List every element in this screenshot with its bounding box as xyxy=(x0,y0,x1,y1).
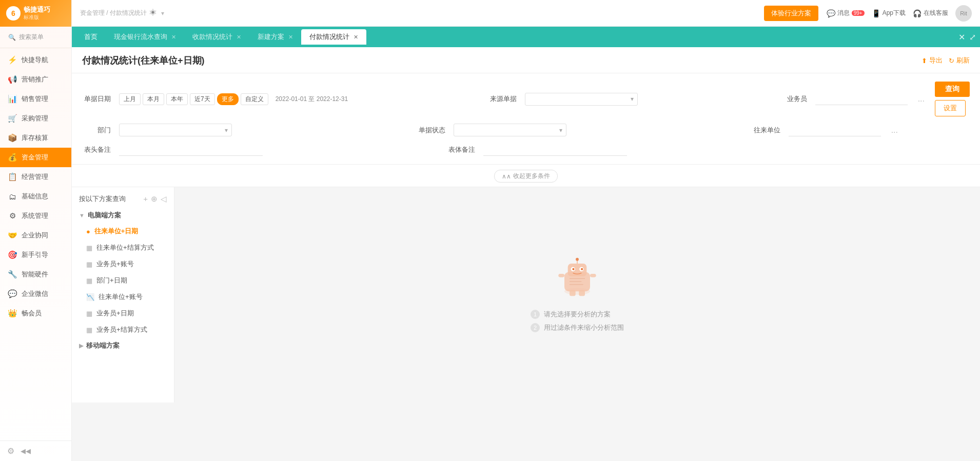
date-btn-thismonth[interactable]: 本月 xyxy=(143,93,164,105)
date-btn-more[interactable]: 更多 xyxy=(217,93,239,105)
collapse-button[interactable]: ∧∧ 收起更多条件 xyxy=(494,170,558,183)
status-select[interactable] xyxy=(454,124,566,136)
panel-item-staff-date[interactable]: ▦ 业务员+日期 xyxy=(72,305,174,322)
scheme-chart-icon-2: ▦ xyxy=(86,260,92,268)
topbar-settings-icon[interactable] xyxy=(149,8,157,18)
refresh-button[interactable]: ↻ 刷新 xyxy=(949,56,970,65)
tab-new-scheme[interactable]: 新建方案 ✕ xyxy=(249,29,301,45)
sidebar: 6 畅捷通巧 标准版 🔍 搜索菜单 ⚡ 快捷导航 📢 营销推广 📊 销售管理 🛒… xyxy=(0,0,72,461)
tab-bank-close[interactable]: ✕ xyxy=(171,34,176,41)
sidebar-item-operation[interactable]: 📋 经营管理 xyxy=(0,167,71,187)
scheme-chart-icon-1: ▦ xyxy=(86,244,92,252)
maximize-tab-icon[interactable]: ⤢ xyxy=(969,32,976,42)
breadcrumb: 资金管理 / 付款情况统计 ▾ xyxy=(80,8,758,18)
logo-icon: 6 xyxy=(6,6,21,21)
panel-section-desktop[interactable]: ▼ 电脑端方案 xyxy=(72,208,174,223)
avatar[interactable]: Rit xyxy=(955,5,972,22)
svg-point-6 xyxy=(572,268,574,270)
query-button[interactable]: 查询 xyxy=(935,82,970,97)
left-panel: 按以下方案查询 + ⊕ ◁ ▼ 电脑端方案 ● 往来单位+日期 xyxy=(72,187,174,403)
footer-collapse-icon[interactable]: ◀◀ xyxy=(21,447,31,455)
tab-payment[interactable]: 付款情况统计 ✕ xyxy=(301,29,366,45)
main-body: 按以下方案查询 + ⊕ ◁ ▼ 电脑端方案 ● 往来单位+日期 xyxy=(72,187,980,403)
footer-settings-icon[interactable]: ⚙ xyxy=(7,446,14,456)
sidebar-item-shortcut[interactable]: ⚡ 快捷导航 xyxy=(0,50,71,70)
panel-item-partner-settle[interactable]: ▦ 往来单位+结算方式 xyxy=(72,239,174,256)
panel-section-mobile[interactable]: ▶ 移动端方案 xyxy=(72,338,174,353)
source-select[interactable] xyxy=(525,93,638,106)
filter-row-2: 部门 单据状态 往来单位 ... xyxy=(82,124,970,136)
topbar-icon-group: 💬 消息 99+ 📱 App下载 🎧 在线客服 Rit xyxy=(827,5,972,22)
tab-bank[interactable]: 现金银行流水查询 ✕ xyxy=(106,29,184,45)
tab-home[interactable]: 首页 xyxy=(76,29,106,45)
partner-input[interactable] xyxy=(789,124,881,136)
sidebar-nav: ⚡ 快捷导航 📢 营销推广 📊 销售管理 🛒 采购管理 📦 库存核算 💰 资金管… xyxy=(0,48,71,440)
robot-illustration xyxy=(552,253,603,299)
chevron-up-icon: ∧∧ xyxy=(502,173,511,180)
panel-item-staff-settle[interactable]: ▦ 业务员+结算方式 xyxy=(72,322,174,338)
staff-input[interactable] xyxy=(815,93,908,105)
panel-header-actions: + ⊕ ◁ xyxy=(143,194,167,204)
filter-row-1: 单据日期 上月 本月 本年 近7天 更多 自定义 2022-01-01 至 20… xyxy=(82,82,970,116)
settings-button[interactable]: 设置 xyxy=(935,100,966,116)
svg-rect-13 xyxy=(579,290,585,296)
date-btn-7days[interactable]: 近7天 xyxy=(190,93,215,105)
page-header: 付款情况统计(往来单位+日期) ⬆ 导出 ↻ 刷新 xyxy=(72,47,980,73)
page-title: 付款情况统计(往来单位+日期) xyxy=(82,54,205,67)
panel-items-desktop: ● 往来单位+日期 ▦ 往来单位+结算方式 ▦ 业务员+账号 ▦ 部门+日期 xyxy=(72,223,174,338)
page-content: 付款情况统计(往来单位+日期) ⬆ 导出 ↻ 刷新 单据日期 上月 xyxy=(72,47,980,461)
export-button[interactable]: ⬆ 导出 xyxy=(922,56,943,65)
panel-add-icon[interactable]: + xyxy=(143,194,148,204)
date-btn-thisyear[interactable]: 本年 xyxy=(166,93,188,105)
sidebar-item-guide[interactable]: 🎯 新手引导 xyxy=(0,245,71,265)
tab-payment-close[interactable]: ✕ xyxy=(354,34,358,41)
sidebar-item-basic[interactable]: 🗂 基础信息 xyxy=(0,187,71,206)
panel-item-staff-account[interactable]: ▦ 业务员+账号 xyxy=(72,256,174,272)
dept-select-wrapper xyxy=(119,124,232,136)
notification-item[interactable]: 💬 消息 99+ xyxy=(827,9,865,17)
sidebar-item-member[interactable]: 👑 畅会员 xyxy=(0,304,71,323)
search-menu-button[interactable]: 🔍 搜索菜单 xyxy=(5,31,66,44)
svg-point-7 xyxy=(581,268,583,270)
sidebar-item-hardware[interactable]: 🔧 智能硬件 xyxy=(0,265,71,284)
finance-icon: 💰 xyxy=(7,152,17,163)
wechat-icon: 💬 xyxy=(7,289,17,299)
sidebar-item-marketing[interactable]: 📢 营销推广 xyxy=(0,70,71,89)
sidebar-item-purchase[interactable]: 🛒 采购管理 xyxy=(0,109,71,128)
svg-rect-12 xyxy=(570,290,576,296)
sidebar-search-section: 🔍 搜索菜单 xyxy=(0,27,71,48)
panel-collapse-icon[interactable]: ◁ xyxy=(161,194,167,204)
body-remark-label: 表体备注 xyxy=(446,145,475,154)
trial-button[interactable]: 体验行业方案 xyxy=(764,6,818,21)
body-remark-input[interactable] xyxy=(483,144,627,156)
tab-receivable-close[interactable]: ✕ xyxy=(237,34,241,41)
tabs-bar: 首页 现金银行流水查询 ✕ 收款情况统计 ✕ 新建方案 ✕ 付款情况统计 ✕ ✕… xyxy=(72,27,980,47)
sidebar-item-wechat[interactable]: 💬 企业微信 xyxy=(0,284,71,304)
refresh-icon: ↻ xyxy=(949,57,954,65)
sidebar-item-finance[interactable]: 💰 资金管理 xyxy=(0,148,71,167)
marketing-icon: 📢 xyxy=(7,74,17,85)
partner-ellipsis-icon[interactable]: ... xyxy=(889,126,900,135)
panel-item-dept-date[interactable]: ▦ 部门+日期 xyxy=(72,272,174,289)
sidebar-item-enterprise[interactable]: 🤝 企业协同 xyxy=(0,226,71,245)
app-download-item[interactable]: 📱 App下载 xyxy=(872,9,906,17)
dept-select[interactable] xyxy=(119,124,232,136)
date-btn-custom[interactable]: 自定义 xyxy=(241,93,268,105)
panel-item-partner-account[interactable]: 📉 往来单位+账号 xyxy=(72,289,174,305)
date-btn-lastmonth[interactable]: 上月 xyxy=(119,93,141,105)
sidebar-item-inventory[interactable]: 📦 库存核算 xyxy=(0,128,71,148)
staff-ellipsis-icon[interactable]: ... xyxy=(916,94,927,104)
hardware-icon: 🔧 xyxy=(7,269,17,279)
sidebar-item-sales[interactable]: 📊 销售管理 xyxy=(0,89,71,109)
sidebar-item-system[interactable]: ⚙ 系统管理 xyxy=(0,206,71,226)
header-remark-input[interactable] xyxy=(119,144,263,156)
tab-receivable[interactable]: 收款情况统计 ✕ xyxy=(184,29,249,45)
panel-item-partner-date[interactable]: ● 往来单位+日期 xyxy=(72,223,174,239)
enterprise-icon: 🤝 xyxy=(7,230,17,240)
online-service-item[interactable]: 🎧 在线客服 xyxy=(913,9,948,17)
panel-settings-icon[interactable]: ⊕ xyxy=(151,194,158,204)
tab-new-scheme-close[interactable]: ✕ xyxy=(288,34,293,41)
close-all-tabs-icon[interactable]: ✕ xyxy=(958,32,965,42)
scheme-chart-icon-4: ▦ xyxy=(86,310,92,317)
export-icon: ⬆ xyxy=(922,57,927,65)
